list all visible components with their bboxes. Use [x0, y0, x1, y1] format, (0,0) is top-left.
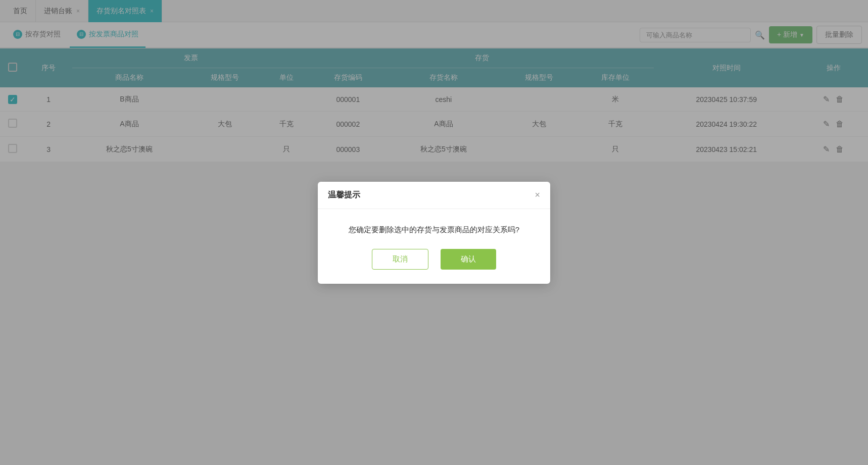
dialog-message: 您确定要删除选中的存货与发票商品的对应关系吗? — [349, 225, 519, 234]
btn-cancel[interactable]: 取消 — [372, 249, 428, 270]
confirm-dialog: 温馨提示 × 您确定要删除选中的存货与发票商品的对应关系吗? 取消 确认 — [318, 182, 550, 284]
dialog-footer: 取消 确认 — [318, 249, 550, 284]
dialog-close-icon[interactable]: × — [535, 190, 540, 199]
btn-confirm[interactable]: 确认 — [441, 249, 496, 270]
modal-overlay: 温馨提示 × 您确定要删除选中的存货与发票商品的对应关系吗? 取消 确认 — [0, 0, 868, 465]
dialog-title: 温馨提示 — [328, 190, 360, 200]
dialog-header: 温馨提示 × — [318, 182, 550, 209]
dialog-body: 您确定要删除选中的存货与发票商品的对应关系吗? — [318, 209, 550, 249]
